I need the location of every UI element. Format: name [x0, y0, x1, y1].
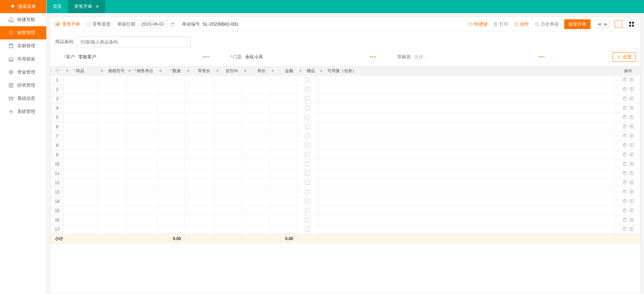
insert-icon[interactable]	[629, 152, 634, 157]
insert-icon[interactable]	[629, 199, 634, 203]
cell-unit-price[interactable]	[242, 85, 269, 94]
cell-unit[interactable]	[126, 141, 157, 150]
tab-close-icon[interactable]: ✕	[96, 4, 99, 9]
cell-unit-price[interactable]	[242, 132, 269, 141]
cell-unit-price[interactable]	[242, 150, 269, 160]
radio-retail[interactable]: 零售开单	[55, 21, 80, 27]
cell-qty[interactable]	[157, 76, 185, 85]
sidebar-item-funds[interactable]: 资金管理	[0, 66, 46, 79]
table-row[interactable]: 6	[51, 122, 640, 132]
checkbox-icon[interactable]	[305, 189, 310, 194]
tab-retail[interactable]: 零售开单✕	[68, 0, 105, 13]
cell-gift[interactable]	[297, 188, 318, 197]
cell-unit[interactable]	[126, 225, 157, 234]
cell-retail-price[interactable]	[185, 197, 214, 206]
table-row[interactable]: 7	[51, 132, 640, 141]
insert-icon[interactable]	[629, 124, 634, 129]
cell-product[interactable]	[64, 178, 98, 188]
cell-product[interactable]	[64, 160, 98, 169]
th-amount[interactable]: 金额	[269, 66, 297, 76]
cell-unit-price[interactable]	[242, 206, 269, 216]
cell-unit-price[interactable]	[242, 76, 269, 85]
cell-retail-price[interactable]	[185, 160, 214, 169]
cell-spec[interactable]	[98, 122, 126, 132]
cell-discount[interactable]	[214, 206, 242, 216]
cell-product[interactable]	[64, 94, 98, 104]
cell-retail-price[interactable]	[185, 132, 214, 141]
cell-gift[interactable]	[297, 94, 318, 104]
cell-retail-price[interactable]	[185, 225, 214, 234]
cell-gift[interactable]	[297, 197, 318, 206]
sidebar-item-purchase[interactable]: 采购管理	[0, 39, 46, 53]
cell-unit[interactable]	[126, 188, 157, 197]
cell-spec[interactable]	[98, 94, 126, 104]
cell-discount[interactable]	[214, 150, 242, 160]
th-avail[interactable]: 可用量（包装）	[318, 66, 616, 76]
table-row[interactable]: 3	[51, 94, 640, 104]
cell-amount[interactable]	[269, 225, 297, 234]
cell-discount[interactable]	[214, 104, 242, 113]
insert-icon[interactable]	[629, 87, 634, 92]
cell-amount[interactable]	[269, 132, 297, 141]
cell-amount[interactable]	[269, 197, 297, 206]
cell-discount[interactable]	[214, 216, 242, 225]
cell-unit-price[interactable]	[242, 169, 269, 178]
cell-spec[interactable]	[98, 178, 126, 188]
cell-spec[interactable]	[98, 216, 126, 225]
insert-icon[interactable]	[629, 217, 634, 222]
cell-retail-price[interactable]	[185, 76, 214, 85]
cell-spec[interactable]	[98, 197, 126, 206]
cell-discount[interactable]	[214, 188, 242, 197]
date-value[interactable]: 2023-06-02	[138, 20, 167, 28]
cell-qty[interactable]	[157, 94, 185, 104]
cell-unit[interactable]	[126, 160, 157, 169]
checkbox-icon[interactable]	[305, 143, 310, 148]
delete-icon[interactable]	[622, 217, 627, 222]
sidebar-item-sales[interactable]: 销售管理	[0, 26, 46, 39]
cell-spec[interactable]	[98, 85, 126, 94]
cell-discount[interactable]	[214, 85, 242, 94]
cell-retail-price[interactable]	[185, 122, 214, 132]
table-row[interactable]: 16	[51, 216, 640, 225]
cell-retail-price[interactable]	[185, 85, 214, 94]
store-more-icon[interactable]: •••	[369, 54, 376, 59]
barcode-input[interactable]	[77, 36, 191, 47]
th-discount[interactable]: 折扣%	[214, 66, 242, 76]
sidebar-item-quicknav[interactable]: 快捷导航	[0, 13, 46, 26]
checkbox-icon[interactable]	[305, 217, 310, 222]
cell-unit[interactable]	[126, 132, 157, 141]
cell-spec[interactable]	[98, 188, 126, 197]
delete-icon[interactable]	[622, 227, 627, 231]
cell-spec[interactable]	[98, 132, 126, 141]
cell-product[interactable]	[64, 76, 98, 85]
cell-product[interactable]	[64, 197, 98, 206]
delete-icon[interactable]	[622, 208, 627, 213]
table-row[interactable]: 17	[51, 225, 640, 234]
cell-unit-price[interactable]	[242, 160, 269, 169]
history-link[interactable]: 历史单据	[535, 21, 559, 27]
cell-product[interactable]	[64, 188, 98, 197]
cell-qty[interactable]	[157, 122, 185, 132]
checkbox-icon[interactable]	[305, 77, 310, 82]
print-link[interactable]: 打印	[493, 21, 508, 27]
table-row[interactable]: 12	[51, 178, 640, 188]
prev-doc-button[interactable]: ◀	[596, 20, 602, 28]
cell-unit-price[interactable]	[242, 225, 269, 234]
cell-gift[interactable]	[297, 225, 318, 234]
checkbox-icon[interactable]	[305, 161, 310, 166]
guide-field[interactable]: 选择... •••	[414, 54, 545, 60]
delete-icon[interactable]	[622, 87, 627, 92]
sidebar-item-operation[interactable]: 经营管理	[0, 79, 46, 92]
cell-spec[interactable]	[98, 76, 126, 85]
delete-icon[interactable]	[622, 189, 627, 194]
cell-gift[interactable]	[297, 169, 318, 178]
checkbox-icon[interactable]	[305, 115, 310, 120]
th-gear[interactable]	[51, 66, 64, 76]
cell-unit-price[interactable]	[242, 141, 269, 150]
cell-product[interactable]	[64, 113, 98, 122]
cell-gift[interactable]	[297, 150, 318, 160]
tab-home[interactable]: 首页	[47, 0, 68, 13]
cell-discount[interactable]	[214, 132, 242, 141]
cell-product[interactable]	[64, 206, 98, 216]
insert-icon[interactable]	[629, 208, 634, 213]
